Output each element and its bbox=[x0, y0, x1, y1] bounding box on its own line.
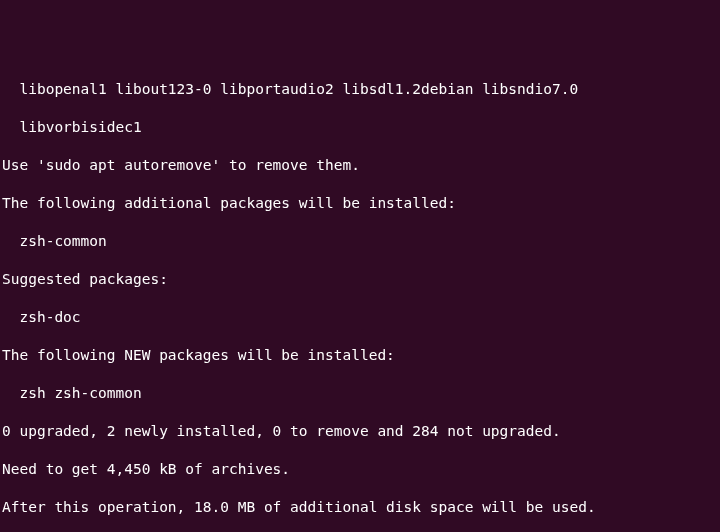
terminal-line: The following additional packages will b… bbox=[2, 194, 718, 213]
terminal-line: Suggested packages: bbox=[2, 270, 718, 289]
terminal-line: The following NEW packages will be insta… bbox=[2, 346, 718, 365]
terminal-line: libopenal1 libout123-0 libportaudio2 lib… bbox=[2, 80, 718, 99]
terminal-line: Need to get 4,450 kB of archives. bbox=[2, 460, 718, 479]
terminal-line: zsh zsh-common bbox=[2, 384, 718, 403]
terminal-line: After this operation, 18.0 MB of additio… bbox=[2, 498, 718, 517]
terminal-line: zsh-common bbox=[2, 232, 718, 251]
terminal-line: Use 'sudo apt autoremove' to remove them… bbox=[2, 156, 718, 175]
terminal-line: libvorbisidec1 bbox=[2, 118, 718, 137]
terminal-line: 0 upgraded, 2 newly installed, 0 to remo… bbox=[2, 422, 718, 441]
terminal-line: zsh-doc bbox=[2, 308, 718, 327]
